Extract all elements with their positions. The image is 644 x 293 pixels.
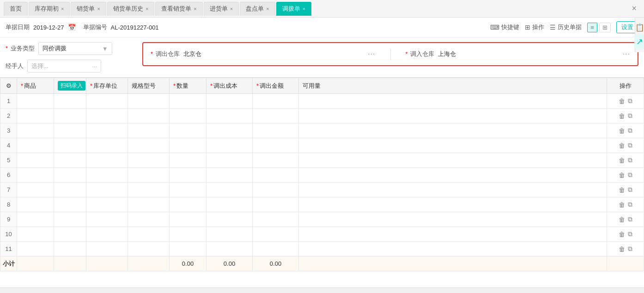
table-cell[interactable] bbox=[207, 183, 253, 197]
table-cell[interactable] bbox=[299, 227, 607, 242]
col-settings-header[interactable]: ⚙ bbox=[0, 78, 17, 94]
delete-icon[interactable]: 🗑 bbox=[619, 127, 625, 134]
tab-inventory-init[interactable]: 库存期初 × bbox=[29, 2, 70, 16]
table-cell[interactable] bbox=[299, 109, 607, 123]
close-icon[interactable]: × bbox=[230, 6, 233, 12]
tab-view-sales[interactable]: 查看销货单 × bbox=[155, 2, 202, 16]
copy-icon[interactable]: ⧉ bbox=[628, 245, 632, 253]
table-cell[interactable] bbox=[17, 109, 54, 123]
table-cell[interactable] bbox=[170, 123, 207, 138]
table-cell[interactable] bbox=[253, 183, 299, 197]
table-cell[interactable] bbox=[128, 109, 170, 123]
copy-icon[interactable]: ⧉ bbox=[628, 141, 632, 149]
table-cell[interactable] bbox=[170, 94, 207, 109]
table-cell[interactable] bbox=[17, 168, 54, 183]
close-icon[interactable]: × bbox=[146, 6, 148, 12]
table-cell[interactable] bbox=[299, 94, 607, 109]
table-cell[interactable] bbox=[17, 242, 54, 256]
table-cell[interactable] bbox=[17, 227, 54, 242]
delete-icon[interactable]: 🗑 bbox=[619, 171, 625, 179]
close-icon[interactable]: × bbox=[97, 6, 100, 12]
table-cell[interactable] bbox=[54, 123, 86, 138]
delete-icon[interactable]: 🗑 bbox=[619, 231, 625, 238]
delete-icon[interactable]: 🗑 bbox=[619, 142, 625, 149]
horizontal-scrollbar[interactable] bbox=[0, 287, 644, 293]
table-cell[interactable] bbox=[17, 197, 54, 212]
copy-icon[interactable]: ⧉ bbox=[628, 186, 632, 194]
table-cell[interactable] bbox=[86, 242, 128, 256]
table-cell[interactable] bbox=[128, 212, 170, 227]
table-cell[interactable] bbox=[170, 138, 207, 153]
table-cell[interactable] bbox=[54, 183, 86, 197]
table-cell[interactable] bbox=[54, 197, 86, 212]
copy-icon[interactable]: ⧉ bbox=[628, 171, 632, 179]
table-cell[interactable] bbox=[299, 242, 607, 256]
table-cell[interactable] bbox=[207, 109, 253, 123]
close-icon[interactable]: × bbox=[194, 6, 196, 12]
table-cell[interactable] bbox=[299, 123, 607, 138]
table-cell[interactable] bbox=[86, 212, 128, 227]
table-cell[interactable] bbox=[253, 123, 299, 138]
table-cell[interactable] bbox=[17, 94, 54, 109]
table-cell[interactable] bbox=[207, 212, 253, 227]
delete-icon[interactable]: 🗑 bbox=[619, 157, 625, 164]
table-cell[interactable] bbox=[128, 168, 170, 183]
table-cell[interactable] bbox=[128, 153, 170, 168]
gear-icon[interactable]: ⚙ bbox=[6, 82, 12, 89]
tab-home[interactable]: 首页 bbox=[4, 2, 28, 16]
table-cell[interactable] bbox=[128, 94, 170, 109]
table-cell[interactable] bbox=[299, 212, 607, 227]
table-cell[interactable] bbox=[253, 227, 299, 242]
table-cell[interactable] bbox=[299, 138, 607, 153]
side-notes-icon[interactable]: 📋 bbox=[633, 21, 644, 34]
table-cell[interactable] bbox=[54, 153, 86, 168]
copy-icon[interactable]: ⧉ bbox=[628, 215, 632, 223]
table-cell[interactable] bbox=[170, 109, 207, 123]
delete-icon[interactable]: 🗑 bbox=[619, 112, 625, 120]
copy-icon[interactable]: ⧉ bbox=[628, 112, 632, 120]
delete-icon[interactable]: 🗑 bbox=[619, 98, 625, 105]
close-icon[interactable]: × bbox=[303, 6, 305, 12]
table-cell[interactable] bbox=[54, 242, 86, 256]
table-cell[interactable] bbox=[207, 153, 253, 168]
table-cell[interactable] bbox=[128, 183, 170, 197]
copy-icon[interactable]: ⧉ bbox=[628, 230, 632, 238]
delete-icon[interactable]: 🗑 bbox=[619, 216, 625, 223]
table-cell[interactable] bbox=[54, 168, 86, 183]
table-cell[interactable] bbox=[54, 138, 86, 153]
table-cell[interactable] bbox=[170, 183, 207, 197]
table-cell[interactable] bbox=[170, 168, 207, 183]
table-cell[interactable] bbox=[128, 197, 170, 212]
more-dots-handler[interactable]: ··· bbox=[92, 63, 97, 70]
tab-purchase[interactable]: 进货单 × bbox=[204, 2, 239, 16]
calendar-icon[interactable]: 📅 bbox=[68, 24, 76, 31]
grid-view-button[interactable]: ⊞ bbox=[599, 23, 611, 32]
table-cell[interactable] bbox=[170, 197, 207, 212]
table-cell[interactable] bbox=[54, 109, 86, 123]
copy-icon[interactable]: ⧉ bbox=[628, 201, 632, 208]
table-cell[interactable] bbox=[86, 183, 128, 197]
operations-button[interactable]: ⊞ 操作 bbox=[525, 23, 544, 31]
table-cell[interactable] bbox=[128, 138, 170, 153]
table-cell[interactable] bbox=[54, 212, 86, 227]
table-cell[interactable] bbox=[17, 123, 54, 138]
table-cell[interactable] bbox=[253, 168, 299, 183]
table-cell[interactable] bbox=[17, 153, 54, 168]
table-cell[interactable] bbox=[17, 212, 54, 227]
side-expand-icon[interactable]: ↗ bbox=[634, 35, 644, 49]
table-cell[interactable] bbox=[207, 227, 253, 242]
table-cell[interactable] bbox=[86, 123, 128, 138]
table-cell[interactable] bbox=[17, 183, 54, 197]
table-cell[interactable] bbox=[253, 212, 299, 227]
tab-transfer[interactable]: 调拨单 × bbox=[276, 2, 311, 16]
copy-icon[interactable]: ⧉ bbox=[628, 127, 632, 134]
copy-icon[interactable]: ⧉ bbox=[628, 156, 632, 164]
table-cell[interactable] bbox=[86, 109, 128, 123]
table-cell[interactable] bbox=[207, 242, 253, 256]
table-cell[interactable] bbox=[54, 227, 86, 242]
table-cell[interactable] bbox=[17, 138, 54, 153]
shortcuts-button[interactable]: ⌨ 快捷键 bbox=[490, 23, 519, 31]
scan-button[interactable]: 扫码录入 bbox=[58, 81, 85, 91]
copy-icon[interactable]: ⧉ bbox=[628, 97, 632, 105]
table-cell[interactable] bbox=[54, 94, 86, 109]
